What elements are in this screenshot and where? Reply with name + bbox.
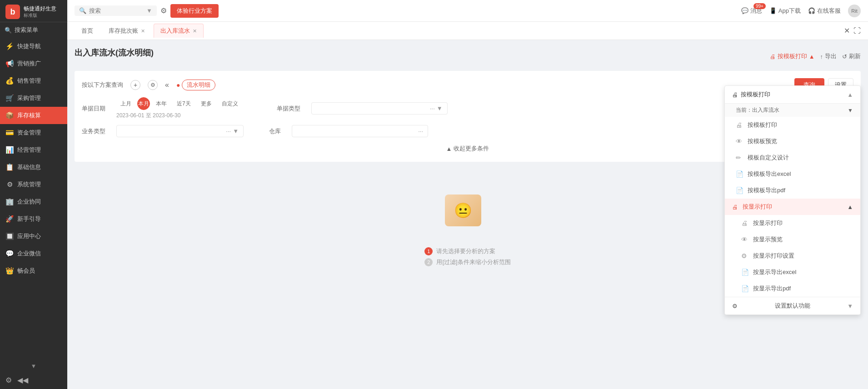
warehouse-select[interactable]: ···: [292, 125, 428, 137]
dropdown-printer-icon: 🖨: [732, 91, 738, 98]
display-print-settings-icon: ⚙: [741, 252, 748, 259]
sidebar-item-wechat[interactable]: 💬 企业微信: [0, 245, 67, 262]
sidebar-item-label: 新手引导: [17, 215, 41, 223]
refresh-button[interactable]: ↺ 刷新: [842, 52, 861, 60]
message-button[interactable]: 💬 消息 99+: [741, 7, 762, 15]
template-export-excel-item[interactable]: 📄 按模板导出excel: [725, 166, 860, 182]
export-icon: ↑: [820, 53, 823, 60]
display-print-settings-item[interactable]: ⚙ 按显示打印设置: [725, 248, 860, 264]
step-2-text: 用[过滤]条件来缩小分析范围: [436, 258, 510, 266]
date-btn-this-month[interactable]: 本月: [137, 97, 150, 110]
doc-type-more-icon[interactable]: ···: [430, 105, 435, 112]
topbar-gear-icon[interactable]: ⚙: [160, 6, 167, 15]
date-btn-more[interactable]: 更多: [197, 99, 216, 109]
dropdown-current-row[interactable]: 当前：出入库流水 ▼: [725, 104, 860, 117]
sidebar-item-app-center[interactable]: 🔲 应用中心: [0, 228, 67, 245]
print-template-button[interactable]: 🖨 按模板打印 ▲: [770, 52, 815, 60]
display-print-item[interactable]: 🖨 按显示打印: [725, 215, 860, 231]
sidebar-item-membership[interactable]: 👑 畅会员: [0, 262, 67, 279]
search-icon: 🔍: [79, 7, 86, 14]
template-export-pdf-icon: 📄: [736, 187, 743, 194]
sidebar-item-inventory[interactable]: 📦 库存核算: [0, 107, 67, 124]
export-label: 导出: [825, 52, 837, 60]
topbar-search-box[interactable]: 🔍 ▼: [75, 5, 157, 16]
template-preview-item[interactable]: 👁 按模板预览: [725, 133, 860, 150]
template-custom-item[interactable]: ✏ 模板自定义设计: [725, 150, 860, 166]
template-preview-icon: 👁: [736, 138, 743, 145]
dropdown-current-label: 当前：出入库流水: [736, 106, 779, 114]
tab-home[interactable]: 首页: [75, 24, 100, 38]
export-button[interactable]: ↑ 导出: [820, 52, 837, 60]
app-download-button[interactable]: 📱 App下载: [769, 7, 801, 15]
filter-settings-button[interactable]: ⚙: [148, 80, 158, 90]
sidebar-item-basic-info[interactable]: 📋 基础信息: [0, 159, 67, 176]
sidebar-bottom: ⚙ ◀◀: [0, 371, 67, 389]
date-btn-last-7[interactable]: 近7天: [173, 99, 195, 109]
sidebar-item-purchase[interactable]: 🛒 采购管理: [0, 90, 67, 107]
biz-type-select[interactable]: ··· ▼: [116, 125, 244, 137]
collapse-conditions-button[interactable]: ▲ 收起更多条件: [446, 143, 489, 155]
topbar-search-input[interactable]: [89, 7, 144, 14]
doc-type-select[interactable]: ··· ▼: [311, 102, 448, 115]
filter-tag-label[interactable]: 流水明细: [182, 80, 215, 90]
step-1-text: 请先选择要分析的方案: [436, 247, 495, 255]
sidebar-item-newbie[interactable]: 🚀 新手引导: [0, 210, 67, 228]
tab-close-all-icon[interactable]: ✕: [844, 26, 850, 35]
tab-inout-flow[interactable]: 出入库流水 ✕: [154, 24, 204, 38]
online-service-button[interactable]: 🎧 在线客服: [808, 7, 841, 15]
sidebar-settings-icon[interactable]: ⚙: [5, 376, 12, 384]
sidebar-item-finance[interactable]: 💳 资金管理: [0, 124, 67, 141]
warehouse-more-icon[interactable]: ···: [418, 128, 423, 135]
sidebar-item-sales[interactable]: 💰 销售管理: [0, 72, 67, 90]
enterprise-icon: 🏢: [5, 198, 14, 206]
warehouse-label: 仓库: [269, 128, 281, 135]
display-preview-item[interactable]: 👁 按显示预览: [725, 231, 860, 248]
display-export-pdf-item[interactable]: 📄 按显示导出pdf: [725, 280, 860, 297]
date-btn-custom[interactable]: 自定义: [218, 99, 242, 109]
tab-batch-account[interactable]: 库存批次账 ✕: [102, 24, 152, 38]
doc-type-filter: 单据类型: [277, 105, 300, 113]
tab-inout-flow-close[interactable]: ✕: [193, 28, 197, 34]
message-icon: 💬: [741, 7, 748, 14]
sidebar-collapse-icon[interactable]: ◀◀: [17, 376, 28, 384]
template-export-excel-label: 按模板导出excel: [748, 170, 791, 178]
template-custom-label: 模板自定义设计: [748, 154, 789, 162]
sidebar-item-system[interactable]: ⚙ 系统管理: [0, 176, 67, 193]
sidebar-search-item[interactable]: 🔍 搜索菜单: [0, 22, 67, 38]
headset-icon: 🎧: [808, 7, 815, 14]
industry-solution-button[interactable]: 体验行业方案: [170, 4, 219, 18]
template-print-item[interactable]: 🖨 按模板打印: [725, 117, 860, 133]
display-section-header[interactable]: 🖨 按显示打印 ▲: [725, 199, 860, 215]
sidebar-item-marketing[interactable]: 📢 营销推广: [0, 55, 67, 72]
inventory-icon: 📦: [5, 111, 14, 120]
tab-expand-icon[interactable]: ⛶: [853, 27, 861, 35]
biz-type-more-icon[interactable]: ···: [226, 128, 231, 135]
filter-add-button[interactable]: +: [130, 80, 140, 90]
sidebar-logo: b 畅捷通好生意 标准版: [0, 0, 67, 22]
template-export-pdf-item[interactable]: 📄 按模板导出pdf: [725, 182, 860, 199]
message-badge: 99+: [753, 3, 766, 9]
sidebar-item-operations[interactable]: 📊 经营管理: [0, 141, 67, 159]
dropdown-toggle-icon[interactable]: ▲: [847, 91, 853, 98]
date-btn-last-month[interactable]: 上月: [116, 99, 135, 109]
empty-step-1: 1 请先选择要分析的方案: [424, 247, 510, 255]
sidebar-item-quick-nav[interactable]: ⚡ 快捷导航: [0, 38, 67, 55]
sidebar-item-label: 企业协同: [17, 198, 41, 206]
filter-collapse-icon[interactable]: «: [165, 81, 169, 89]
set-default-button[interactable]: ⚙ 设置默认功能 ▼: [725, 297, 860, 314]
sidebar-scroll-down[interactable]: ▼: [0, 360, 67, 371]
sidebar-item-enterprise[interactable]: 🏢 企业协同: [0, 193, 67, 210]
date-btn-this-year[interactable]: 本年: [152, 99, 171, 109]
filter-tag: ● 流水明细: [176, 80, 215, 90]
topbar-search-dropdown-icon[interactable]: ▼: [146, 7, 152, 14]
display-export-excel-item[interactable]: 📄 按显示导出excel: [725, 264, 860, 280]
step-2-number: 2: [424, 258, 433, 266]
user-avatar-area[interactable]: Rit: [848, 5, 861, 17]
collapse-up-icon: ▲: [446, 145, 452, 152]
search-icon: 🔍: [5, 27, 12, 34]
tab-batch-account-close[interactable]: ✕: [141, 28, 145, 34]
sidebar-item-label: 企业微信: [17, 249, 41, 258]
display-section-arrow-icon: ▲: [847, 204, 853, 210]
display-section-title: 🖨 按显示打印: [732, 203, 772, 211]
dropdown-title-label: 按模板打印: [741, 90, 770, 99]
